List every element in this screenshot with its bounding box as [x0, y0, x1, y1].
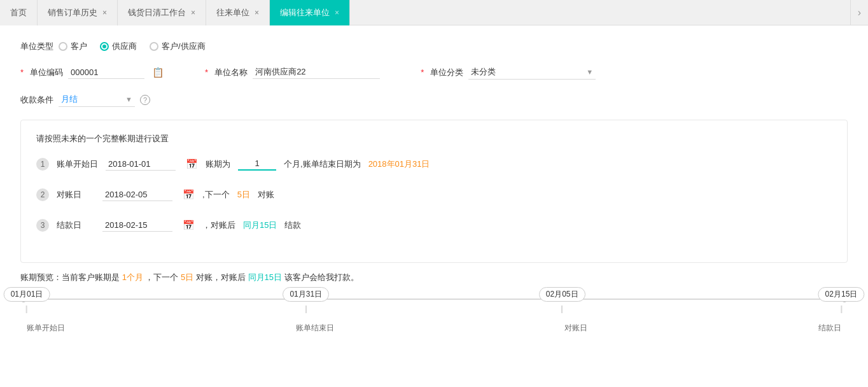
close-tab-sales-history[interactable]: ×: [102, 8, 107, 17]
timeline-badge-2: 01月31日: [283, 287, 329, 302]
unit-code-label: 单位编码: [30, 67, 63, 78]
unit-code-item: * 单位编码 📋: [20, 66, 164, 79]
billing-period-label: 账期为: [206, 158, 230, 170]
unit-info-row: * 单位编码 📋 * 单位名称 * 单位分类 未分类 ▼: [20, 65, 848, 80]
radio-customer-supplier-circle: [150, 42, 158, 51]
timeline-node-4: 02月15日: [818, 287, 865, 313]
timeline-label-2: 账单结束日: [296, 323, 334, 334]
timeline-label-4: 结款日: [818, 323, 841, 334]
tab-cash-work[interactable]: 钱货日清工作台 ×: [118, 0, 206, 25]
radio-customer-circle: [59, 42, 67, 51]
tab-scroll-right[interactable]: ›: [850, 0, 868, 25]
payment-terms-select[interactable]: 月结 ▼: [59, 92, 135, 107]
billing-reconcile-prefix: ,下一个: [202, 189, 230, 201]
radio-customer-supplier-label: 客户/供应商: [162, 41, 206, 52]
close-tab-edit-partner[interactable]: ×: [335, 8, 339, 17]
unit-type-label: 单位类型: [20, 41, 53, 52]
close-tab-cash-work[interactable]: ×: [191, 8, 195, 17]
payment-terms-arrow-icon: ▼: [125, 95, 132, 103]
unit-name-item: * 单位名称: [205, 66, 380, 79]
radio-customer[interactable]: 客户: [59, 41, 87, 52]
tab-edit-partner[interactable]: 编辑往来单位 ×: [270, 0, 350, 25]
billing-reconcile-date-input[interactable]: [102, 188, 172, 201]
billing-row-2: 2 对账日 📅 ,下一个 5日 对账: [36, 188, 832, 201]
timeline-node-1: 01月01日: [4, 287, 50, 313]
payment-terms-label: 收款条件: [20, 94, 53, 106]
billing-row-num-3: 3: [36, 219, 49, 232]
unit-category-star: *: [421, 67, 424, 77]
tab-partners[interactable]: 往来单位 ×: [206, 0, 270, 25]
unit-type-radio-group: 客户 供应商 客户/供应商: [59, 41, 206, 52]
unit-category-arrow-icon: ▼: [586, 68, 593, 76]
preview-sep2: 对账，对账后: [196, 272, 246, 282]
billing-instruction: 请按照未来的一个完整帐期进行设置: [36, 133, 832, 144]
preview-part3: 同月15日: [248, 272, 282, 282]
help-icon[interactable]: ?: [140, 95, 150, 105]
tab-sales-history[interactable]: 销售订单历史 ×: [38, 0, 118, 25]
billing-start-date-input[interactable]: [106, 158, 176, 171]
radio-supplier[interactable]: 供应商: [100, 41, 137, 52]
billing-reconcile-suffix: 对账: [258, 189, 274, 201]
billing-end-date: 2018年01月31日: [368, 158, 430, 170]
billing-payment-date-input[interactable]: [102, 219, 172, 232]
unit-category-label: 单位分类: [430, 67, 463, 78]
tabs-bar: 首页 销售订单历史 × 钱货日清工作台 × 往来单位 × 编辑往来单位 × ›: [0, 0, 868, 25]
preview-sep1: ，下一个: [145, 272, 178, 282]
timeline-stem-4: [841, 306, 842, 313]
billing-payment-day: 同月15日: [243, 220, 277, 231]
timeline-badge-1: 01月01日: [4, 287, 50, 302]
billing-row-num-2: 2: [36, 188, 49, 201]
unit-category-select[interactable]: 未分类 ▼: [468, 65, 596, 80]
preview-part1: 1个月: [122, 272, 143, 282]
radio-supplier-circle: [100, 42, 109, 51]
billing-label-2: 对账日: [57, 189, 95, 201]
payment-terms-row: 收款条件 月结 ▼ ?: [20, 92, 848, 107]
preview-prefix: 账期预览：当前客户账期是: [20, 272, 120, 282]
unit-code-copy-icon[interactable]: 📋: [152, 67, 164, 78]
timeline-track: 01月01日 01月31日 02月05日 02月15: [20, 296, 848, 302]
timeline-node-3: 02月05日: [539, 287, 585, 313]
preview-part2: 5日: [181, 272, 193, 282]
billing-row-3: 3 结款日 📅 ，对账后 同月15日 结款: [36, 219, 832, 232]
billing-reconcile-date-cal-icon[interactable]: 📅: [183, 189, 195, 201]
unit-type-item: 单位类型 客户 供应商 客户/供应商: [20, 41, 206, 52]
billing-row-num-1: 1: [36, 158, 49, 171]
billing-period-suffix: 个月,账单结束日期为: [284, 158, 361, 170]
unit-name-label: 单位名称: [214, 67, 248, 78]
payment-terms-item: 收款条件 月结 ▼ ?: [20, 92, 150, 107]
page-content: 单位类型 客户 供应商 客户/供应商 * 单位编码: [0, 25, 868, 387]
billing-label-3: 结款日: [57, 220, 95, 231]
timeline-label-3: 对账日: [564, 323, 587, 334]
billing-label-1: 账单开始日: [57, 158, 98, 170]
radio-customer-supplier[interactable]: 客户/供应商: [150, 41, 206, 52]
unit-category-item: * 单位分类 未分类 ▼: [421, 65, 596, 80]
timeline-labels: 账单开始日 账单结束日 对账日 结款日: [20, 323, 848, 334]
radio-supplier-label: 供应商: [112, 41, 137, 52]
billing-row-1: 1 账单开始日 📅 账期为 个月,账单结束日期为 2018年01月31日: [36, 157, 832, 171]
timeline-stem-3: [561, 306, 563, 313]
timeline-badge-3: 02月05日: [539, 287, 585, 302]
unit-category-value: 未分类: [471, 66, 584, 78]
radio-customer-label: 客户: [71, 41, 87, 52]
billing-month-input[interactable]: [238, 157, 276, 171]
timeline-nodes: 01月01日 01月31日 02月05日 02月15: [27, 287, 841, 313]
close-tab-partners[interactable]: ×: [255, 8, 259, 17]
timeline-section: 01月01日 01月31日 02月05日 02月15: [20, 296, 848, 359]
payment-terms-value: 月结: [61, 94, 123, 105]
unit-code-input[interactable]: [68, 66, 144, 79]
tab-home[interactable]: 首页: [0, 0, 38, 25]
billing-start-date-cal-icon[interactable]: 📅: [186, 158, 198, 170]
preview-suffix: 该客户会给我打款。: [284, 272, 359, 282]
timeline-badge-4: 02月15日: [818, 287, 865, 302]
timeline-label-1: 账单开始日: [27, 323, 65, 334]
unit-code-star: *: [20, 67, 24, 77]
billing-payment-prefix: ，对账后: [202, 220, 235, 231]
timeline-stem-1: [26, 306, 27, 313]
unit-name-input[interactable]: [253, 66, 380, 79]
billing-section: 请按照未来的一个完整帐期进行设置 1 账单开始日 📅 账期为 个月,账单结束日期…: [20, 120, 848, 263]
billing-payment-date-cal-icon[interactable]: 📅: [183, 220, 195, 231]
billing-payment-suffix: 结款: [284, 220, 301, 231]
billing-reconcile-day: 5日: [237, 189, 250, 201]
timeline-line: 01月01日 01月31日 02月05日 02月15: [27, 299, 841, 300]
timeline-node-2: 01月31日: [283, 287, 329, 313]
